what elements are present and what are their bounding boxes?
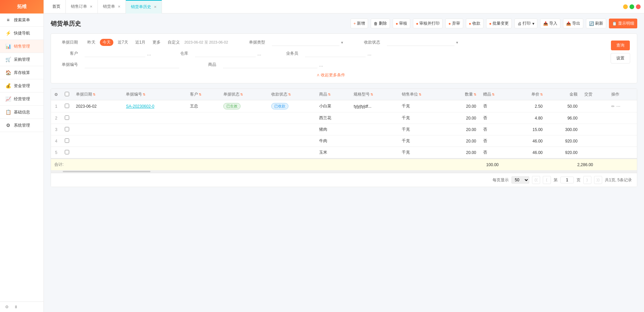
sidebar-item-label: 系统管理 [14, 123, 30, 128]
last-page-button[interactable]: ⟩⟩ [594, 176, 602, 184]
per-page-select[interactable]: 50 100 200 [511, 176, 529, 184]
row-checkbox[interactable] [65, 127, 69, 131]
col-gift[interactable]: 赠品⇅ [480, 89, 513, 100]
row-checkbox-cell[interactable] [61, 135, 73, 147]
doc-number-input[interactable] [85, 61, 179, 68]
date-tag-1month[interactable]: 近1月 [133, 39, 148, 46]
delete-button[interactable]: 🗑 删除 [371, 19, 390, 28]
salesperson-input[interactable] [305, 50, 366, 57]
collect-button[interactable]: ● 收款 [466, 19, 483, 28]
col-doc-status[interactable]: 单据状态⇅ [220, 89, 268, 100]
settings-icon[interactable]: ⚙ [5, 305, 9, 309]
doc-number-link[interactable]: SA-20230602-0 [126, 104, 154, 109]
query-button[interactable]: 查询 [611, 41, 630, 50]
sidebar-item-system-mgmt[interactable]: ⚙ 系统管理 [0, 119, 44, 132]
tab-sales-history[interactable]: 销货单历史 ✕ [126, 0, 162, 14]
date-tag-custom[interactable]: 自定义 [165, 39, 183, 46]
doc-type-dropdown-icon[interactable]: ▾ [341, 40, 343, 45]
col-settings[interactable]: ⚙ [51, 89, 61, 100]
row-doc-number[interactable]: SA-20230602-0 [122, 100, 187, 112]
row-spec-type [350, 124, 398, 135]
abandon-button[interactable]: ● 弃审 [445, 19, 463, 28]
review-print-button[interactable]: ● 审核并打印 [413, 19, 443, 28]
col-customer[interactable]: 客户⇅ [187, 89, 220, 100]
doc-type-input[interactable] [272, 39, 339, 46]
goods-ellipsis[interactable]: ... [319, 62, 323, 68]
row-sales-unit: 千克 [398, 112, 446, 124]
first-page-button[interactable]: ⟨⟨ [532, 176, 540, 184]
date-tag-yesterday[interactable]: 昨天 [85, 39, 98, 46]
more-action-btn[interactable]: ⋯ [616, 104, 620, 109]
col-doc-date[interactable]: 单据日期⇅ [73, 89, 122, 100]
goods-input[interactable] [223, 61, 317, 68]
sidebar-item-quick-nav[interactable]: ⚡ 快捷导航 [0, 27, 44, 40]
col-sales-unit[interactable]: 销售单位⇅ [398, 89, 446, 100]
col-collection-status[interactable]: 收款状态⇅ [268, 89, 316, 100]
warehouse-ellipsis[interactable]: ... [257, 51, 261, 56]
print-button[interactable]: 🖨 打印 ▾ [514, 19, 537, 28]
sidebar-item-purchase-mgmt[interactable]: 🛒 采购管理 [0, 53, 44, 66]
col-unit-price[interactable]: 单价⇅ [513, 89, 546, 100]
row-doc-date [73, 124, 122, 135]
sidebar-item-finance-mgmt[interactable]: 💰 资金管理 [0, 79, 44, 93]
row-checkbox[interactable] [65, 138, 69, 143]
row-checkbox[interactable] [65, 115, 69, 120]
salesperson-ellipsis[interactable]: ... [367, 51, 371, 56]
page-number-input[interactable]: 1 [560, 177, 574, 183]
col-spec-type[interactable]: 规格型号⇅ [350, 89, 398, 100]
table-settings-icon[interactable]: ⚙ [54, 92, 58, 97]
customer-ellipsis[interactable]: ... [147, 51, 151, 56]
date-tag-more[interactable]: 更多 [150, 39, 163, 46]
row-customer [187, 135, 220, 147]
tab-sales-order[interactable]: 销售订单 ✕ [66, 0, 98, 14]
sidebar-item-sales-mgmt[interactable]: 📊 销售管理 [0, 40, 44, 53]
row-checkbox[interactable] [65, 150, 69, 154]
maximize-button[interactable] [629, 4, 634, 9]
sidebar-item-search-menu[interactable]: ≡ 搜索菜单 [0, 14, 44, 27]
col-amount[interactable]: 金额 [546, 89, 581, 100]
minimize-button[interactable] [623, 4, 628, 9]
refresh-button[interactable]: 🔄 刷新 [586, 19, 606, 28]
row-checkbox-cell[interactable] [61, 147, 73, 158]
collection-status-input[interactable] [387, 39, 454, 46]
col-goods[interactable]: 商品⇅ [316, 89, 350, 100]
prev-page-button[interactable]: ⟨ [543, 176, 551, 184]
collection-status-dropdown-icon[interactable]: ▾ [456, 40, 458, 45]
row-checkbox-cell[interactable] [61, 124, 73, 135]
export-button[interactable]: 📤 导出 [563, 19, 583, 28]
customer-input[interactable] [85, 50, 145, 57]
horizontal-scrollbar[interactable] [51, 170, 637, 173]
sidebar-item-inventory[interactable]: 🏠 库存核算 [0, 66, 44, 79]
col-transaction[interactable]: 交货 [581, 89, 608, 100]
collapse-icon[interactable]: ⏸ [14, 305, 18, 309]
tab-home[interactable]: 首页 [47, 0, 66, 14]
row-checkbox-cell[interactable] [61, 112, 73, 124]
edit-action-btn[interactable]: ✏ [611, 104, 615, 109]
row-checkbox-cell[interactable] [61, 100, 73, 112]
sidebar-item-basic-info[interactable]: 📋 基础信息 [0, 106, 44, 119]
row-transaction [581, 135, 608, 147]
col-checkbox[interactable] [61, 89, 73, 100]
close-button[interactable] [636, 4, 641, 9]
show-detail-button[interactable]: 📋 显示明细 [609, 19, 637, 28]
col-quantity[interactable]: 数量⇅ [446, 89, 480, 100]
tab-sales-order-close[interactable]: ✕ [90, 5, 92, 8]
warehouse-input[interactable] [195, 50, 256, 57]
import-button[interactable]: 📥 导入 [540, 19, 560, 28]
collapse-filter-btn[interactable]: ∧ 收起更多条件 [316, 73, 345, 77]
new-button[interactable]: + 新增 [351, 19, 368, 28]
scrollbar-thumb[interactable] [63, 171, 151, 172]
row-checkbox[interactable] [65, 104, 69, 108]
batch-change-button[interactable]: ● 批量变更 [486, 19, 512, 28]
tab-sales-goods-close[interactable]: ✕ [118, 5, 120, 8]
tab-sales-history-close[interactable]: ✕ [154, 5, 157, 9]
next-page-button[interactable]: ⟩ [583, 176, 591, 184]
settings-button[interactable]: 设置 [611, 53, 630, 63]
sidebar-item-operation-mgmt[interactable]: 📈 经营管理 [0, 93, 44, 106]
select-all-checkbox[interactable] [65, 92, 69, 96]
review-button[interactable]: ● 审核 [393, 19, 410, 28]
tab-sales-goods[interactable]: 销货单 ✕ [98, 0, 126, 14]
date-tag-today[interactable]: 今天 [100, 39, 113, 46]
col-doc-number[interactable]: 单据编号⇅ [122, 89, 187, 100]
date-tag-7days[interactable]: 近7天 [115, 39, 131, 46]
